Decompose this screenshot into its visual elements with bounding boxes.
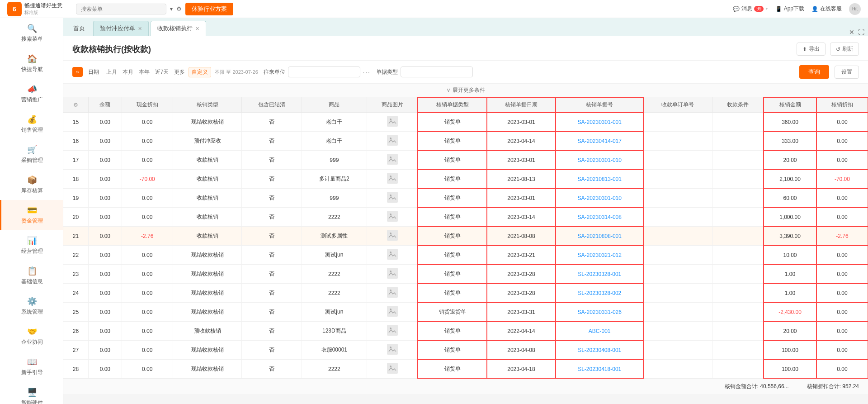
cell-cancel-amount: 1.00 — [764, 284, 817, 303]
cell-bill-type: 销货单 — [418, 113, 486, 132]
cell-bill-no[interactable]: SL-20230418-001 — [556, 360, 643, 379]
goods-image-icon — [387, 293, 398, 299]
this-year-btn[interactable]: 本年 — [137, 67, 151, 77]
col-receipt-order-no: 收款单订单号 — [643, 97, 712, 113]
goods-image-icon — [387, 255, 398, 261]
sidebar-item-guide[interactable]: 📖 新手引导 — [0, 352, 63, 382]
dropdown-button[interactable]: ▾ — [170, 6, 173, 12]
industry-button[interactable]: 休验行业方案 — [185, 3, 233, 15]
cell-include-settled: 否 — [242, 284, 302, 303]
bill-no-link[interactable]: SA-20230321-012 — [577, 252, 621, 258]
cell-bill-no[interactable]: SA-20230331-026 — [556, 303, 643, 322]
cell-include-settled: 否 — [242, 322, 302, 341]
cell-cancel-amount: 1,000.00 — [764, 208, 817, 227]
search-input[interactable] — [76, 4, 166, 14]
cell-bill-type: 销货退货单 — [418, 303, 486, 322]
custom-date-btn[interactable]: 自定义 — [189, 67, 211, 77]
cell-cancel-discount: 0.00 — [816, 113, 868, 132]
cell-bill-no[interactable]: SL-20230328-001 — [556, 265, 643, 284]
sidebar-item-purchase[interactable]: 🛒 采购管理 — [0, 139, 63, 170]
sidebar-item-operations[interactable]: 📊 经营管理 — [0, 230, 63, 261]
cell-bill-no[interactable]: SA-20230414-017 — [556, 132, 643, 151]
cell-include-settled: 否 — [242, 151, 302, 170]
cell-bill-no[interactable]: SL-20230408-001 — [556, 341, 643, 360]
gear-button[interactable]: ⚙ — [176, 5, 182, 12]
cell-goods: 测试多属性 — [302, 227, 367, 246]
refresh-button[interactable]: ↺ 刷新 — [830, 43, 859, 56]
cell-bill-no[interactable]: SA-20230314-008 — [556, 208, 643, 227]
bill-no-link[interactable]: SA-20230314-008 — [577, 214, 621, 220]
cell-no: 21 — [63, 227, 88, 246]
more-date-btn[interactable]: 更多 — [172, 67, 187, 77]
sidebar-item-enterprise[interactable]: 🤝 企业协同 — [0, 321, 63, 352]
col-bill-no: 核销单据号 — [556, 97, 643, 113]
goods-image-icon — [387, 331, 398, 337]
cell-bill-no[interactable]: SA-20210813-001 — [556, 170, 643, 189]
col-settings[interactable]: ⚙ — [63, 97, 88, 113]
sidebar-item-hardware[interactable]: 🖥️ 智能硬件 — [0, 382, 63, 404]
data-table: ⚙ 余额 现金折扣 核销类型 包含已结清 商品 商品图片 核销单据类型 核销单据… — [63, 97, 868, 379]
svg-point-13 — [390, 233, 392, 234]
last-7days-btn[interactable]: 近7天 — [153, 67, 171, 77]
this-month-btn[interactable]: 本月 — [121, 67, 135, 77]
messages-button[interactable]: 💬 消息 99 + — [733, 5, 768, 13]
filter-toggle-button[interactable]: » — [72, 67, 83, 77]
tab-prepay[interactable]: 预付冲应付单 ✕ — [93, 21, 149, 36]
sidebar-item-inventory[interactable]: 📦 库存核算 — [0, 170, 63, 200]
bill-no-link[interactable]: ABC-001 — [589, 328, 611, 334]
tab-receipt-close[interactable]: ✕ — [195, 26, 199, 32]
sidebar-item-nav[interactable]: 🏠 快捷导航 — [0, 48, 63, 79]
maximize-button[interactable]: ⛶ — [858, 29, 864, 36]
bill-no-link[interactable]: SA-20230301-010 — [577, 157, 621, 163]
close-tab-button[interactable]: ✕ — [849, 29, 854, 36]
cell-bill-date: 2023-03-01 — [487, 189, 556, 208]
bill-no-link[interactable]: SA-20230331-026 — [577, 309, 621, 315]
cell-cancel-amount: 360.00 — [764, 113, 817, 132]
goods-image-icon — [387, 160, 398, 166]
cell-balance: 0.00 — [88, 227, 122, 246]
table-footer: 核销金额合计: 40,556,66... 核销折扣合计: 952.24 — [63, 379, 868, 394]
bill-no-link[interactable]: SL-20230328-002 — [578, 290, 621, 296]
svg-rect-0 — [387, 116, 398, 127]
last-month-btn[interactable]: 上月 — [104, 67, 119, 77]
export-button[interactable]: ⬆ 导出 — [797, 43, 826, 56]
sidebar-item-system[interactable]: ⚙️ 系统管理 — [0, 291, 63, 321]
cell-cancel-discount: 0.00 — [816, 284, 868, 303]
filter-settings-button[interactable]: 设置 — [835, 66, 859, 79]
cell-bill-no[interactable]: SA-20210808-001 — [556, 227, 643, 246]
cell-bill-no[interactable]: SA-20230301-001 — [556, 113, 643, 132]
tab-prepay-close[interactable]: ✕ — [138, 26, 142, 32]
bill-type-select[interactable] — [401, 67, 473, 77]
bill-no-link[interactable]: SL-20230328-001 — [578, 271, 621, 277]
app-download-button[interactable]: 📱 App下载 — [775, 5, 804, 13]
online-service-button[interactable]: 👤 在线客服 — [811, 5, 842, 13]
bill-no-link[interactable]: SL-20230418-001 — [578, 366, 621, 372]
cell-bill-no[interactable]: SL-20230328-002 — [556, 284, 643, 303]
cell-cancel-discount: 0.00 — [816, 360, 868, 379]
bill-no-link[interactable]: SA-20210808-001 — [577, 233, 621, 239]
bill-no-link[interactable]: SA-20230414-017 — [577, 138, 621, 144]
expand-bar[interactable]: ∨ 展开更多条件 — [63, 84, 868, 97]
cell-bill-no[interactable]: ABC-001 — [556, 322, 643, 341]
cell-cancel-amount: 10.00 — [764, 246, 817, 265]
avatar[interactable]: Rit — [849, 3, 861, 15]
tab-receipt[interactable]: 收款核销执行 ✕ — [151, 21, 206, 36]
sidebar-item-sales[interactable]: 💰 销售管理 — [0, 109, 63, 139]
from-unit-input[interactable] — [288, 67, 360, 77]
sidebar-item-basic[interactable]: 📋 基础信息 — [0, 261, 63, 291]
sidebar-item-finance[interactable]: 💳 资金管理 — [0, 200, 63, 230]
sidebar-item-search[interactable]: 🔍 搜索菜单 — [0, 18, 63, 48]
svg-rect-18 — [387, 287, 398, 298]
bill-no-link[interactable]: SA-20230301-001 — [577, 119, 621, 125]
tab-home[interactable]: 首页 — [67, 21, 91, 36]
bill-no-link[interactable]: SA-20230301-010 — [577, 195, 621, 201]
cell-receipt-condition — [712, 113, 764, 132]
cell-bill-no[interactable]: SA-20230301-010 — [556, 151, 643, 170]
query-button[interactable]: 查询 — [799, 65, 829, 79]
bill-no-link[interactable]: SA-20210813-001 — [577, 176, 621, 182]
sidebar-item-marketing[interactable]: 📣 营销推广 — [0, 79, 63, 109]
cell-bill-no[interactable]: SA-20230321-012 — [556, 246, 643, 265]
bill-no-link[interactable]: SL-20230408-001 — [578, 347, 621, 353]
hardware-icon: 🖥️ — [27, 387, 37, 397]
cell-bill-no[interactable]: SA-20230301-010 — [556, 189, 643, 208]
